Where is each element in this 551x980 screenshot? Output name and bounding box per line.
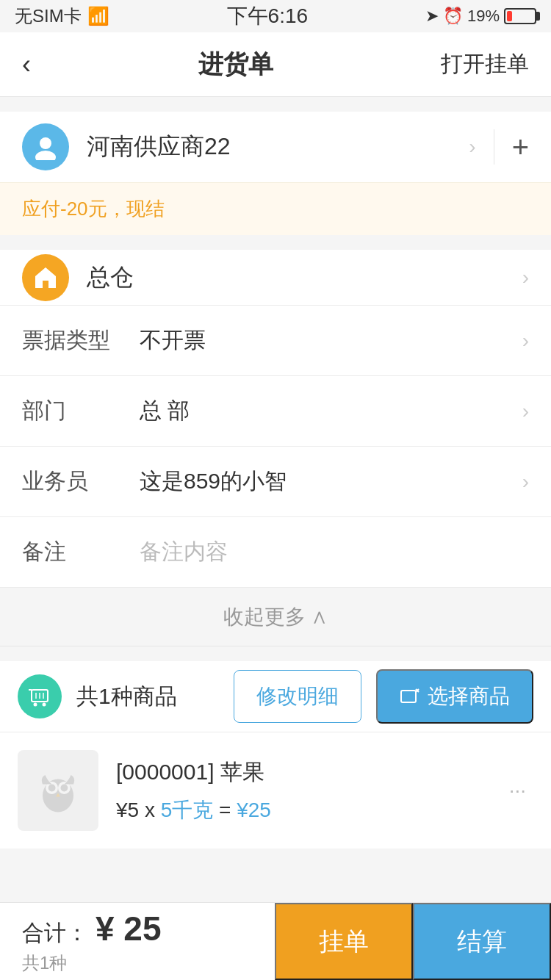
product-thumbnail <box>18 750 98 831</box>
total-line: 合计： ¥ 25 <box>22 909 253 948</box>
status-time: 下午6:16 <box>227 2 309 30</box>
svg-point-0 <box>40 137 51 149</box>
bottom-bar: 合计： ¥ 25 共1种 挂单 结算 <box>0 902 551 980</box>
warehouse-chevron-icon: › <box>522 266 529 289</box>
invoice-type-row[interactable]: 票据类型 不开票 › <box>0 306 551 376</box>
unit-price: ¥5 <box>116 799 139 821</box>
department-label: 部门 <box>22 396 125 426</box>
total-amount: ¥ 25 <box>96 909 162 948</box>
product-price-row: ¥5 x 5千克 = ¥25 <box>116 796 502 824</box>
collapse-label: 收起更多 ∧ <box>223 603 328 631</box>
product-item: [0000001] 苹果 ¥5 x 5千克 = ¥25 ··· <box>0 732 551 849</box>
product-code: [0000001] <box>116 760 214 784</box>
svg-point-5 <box>34 703 37 707</box>
nav-bar: ‹ 进货单 打开挂单 <box>0 32 551 97</box>
remark-row[interactable]: 备注 备注内容 <box>0 517 551 588</box>
invoice-type-label: 票据类型 <box>22 325 125 356</box>
status-left: 无SIM卡 📶 <box>15 4 109 28</box>
user-icon <box>32 134 59 160</box>
total-sub: 共1种 <box>22 951 253 975</box>
select-product-label: 选择商品 <box>428 682 510 710</box>
department-chevron-icon: › <box>522 400 529 423</box>
price-separator: x <box>145 799 161 821</box>
invoice-type-value: 不开票 <box>125 325 522 356</box>
modify-detail-button[interactable]: 修改明细 <box>234 670 361 723</box>
select-product-icon <box>400 686 420 707</box>
divider-v <box>494 129 494 165</box>
product-name: [0000001] 苹果 <box>116 757 502 788</box>
svg-point-17 <box>61 785 68 792</box>
svg-marker-2 <box>35 267 56 288</box>
warehouse-icon <box>22 254 69 301</box>
remark-placeholder[interactable]: 备注内容 <box>125 537 529 567</box>
svg-point-1 <box>35 151 56 160</box>
battery-percentage: 19% <box>467 7 500 26</box>
wifi-icon: 📶 <box>87 6 109 26</box>
svg-point-16 <box>48 785 56 792</box>
invoice-chevron-icon: › <box>522 329 529 353</box>
select-product-button[interactable]: 选择商品 <box>376 669 533 724</box>
shopping-cart-icon <box>27 684 52 709</box>
divider-1 <box>0 97 551 112</box>
warehouse-name: 总仓 <box>87 262 522 294</box>
product-info: [0000001] 苹果 ¥5 x 5千克 = ¥25 <box>116 757 502 824</box>
supplier-chevron-icon: › <box>469 135 475 159</box>
product-count-label: 共1种商品 <box>76 682 234 712</box>
hold-button[interactable]: 挂单 <box>275 903 413 980</box>
salesperson-label: 业务员 <box>22 466 125 497</box>
supplier-name: 河南供应商22 <box>87 131 469 163</box>
department-value: 总 部 <box>125 396 522 426</box>
location-icon: ➤ <box>425 7 439 26</box>
total-section: 合计： ¥ 25 共1种 <box>0 903 275 980</box>
cart-icon <box>18 674 62 718</box>
line-total: ¥25 <box>237 799 271 821</box>
supplier-avatar <box>22 123 69 170</box>
checkout-button[interactable]: 结算 <box>413 903 551 980</box>
salesperson-chevron-icon: › <box>522 470 529 494</box>
home-icon <box>32 264 59 291</box>
status-bar: 无SIM卡 📶 下午6:16 ➤ ⏰ 19% <box>0 0 551 32</box>
warehouse-row[interactable]: 总仓 › <box>0 235 551 306</box>
open-hold-button[interactable]: 打开挂单 <box>441 49 529 79</box>
page-title: 进货单 <box>198 48 273 82</box>
status-right: ➤ ⏰ 19% <box>425 7 536 26</box>
alarm-icon: ⏰ <box>443 7 463 26</box>
department-row[interactable]: 部门 总 部 › <box>0 376 551 447</box>
product-header: 共1种商品 修改明细 选择商品 <box>0 661 551 732</box>
notice-text: 应付-20元，现结 <box>22 198 165 220</box>
total-label: 合计： <box>22 918 88 948</box>
salesperson-row[interactable]: 业务员 这是859的小智 › <box>0 447 551 517</box>
collapse-row[interactable]: 收起更多 ∧ <box>0 588 551 646</box>
more-options-button[interactable]: ··· <box>502 771 533 810</box>
product-title: 苹果 <box>220 760 264 784</box>
svg-rect-10 <box>401 691 416 702</box>
back-button[interactable]: ‹ <box>22 49 31 80</box>
notice-banner: 应付-20元，现结 <box>0 182 551 235</box>
svg-point-6 <box>43 703 46 707</box>
equals-sign: = <box>219 799 237 821</box>
carrier-text: 无SIM卡 <box>15 4 82 28</box>
add-supplier-button[interactable]: + <box>512 131 529 164</box>
salesperson-value: 这是859的小智 <box>125 466 522 497</box>
quantity: 5千克 <box>161 799 214 821</box>
remark-label: 备注 <box>22 537 125 567</box>
supplier-section: 河南供应商22 › + <box>0 112 551 182</box>
battery-icon <box>504 8 536 24</box>
owl-placeholder-icon <box>32 765 84 816</box>
